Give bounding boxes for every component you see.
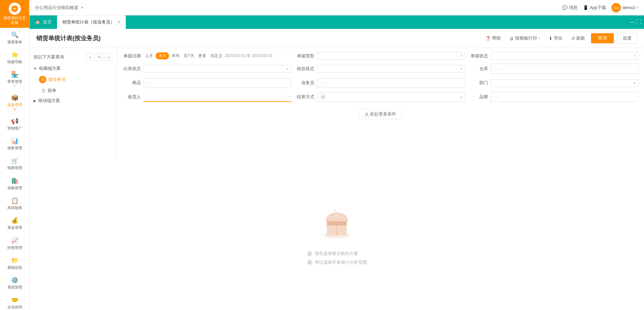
svg-point-6	[334, 210, 336, 211]
user-menu[interactable]: Ea demo2 ▾	[611, 3, 639, 12]
scheme-collapse-btn[interactable]: «	[105, 53, 112, 61]
empty-state: 1 请先选择要分析的方案 2 用过滤条件来缩小分析范围	[30, 159, 644, 310]
app-download-btn[interactable]: 📱 App下载	[583, 5, 606, 11]
dept-control[interactable]: ▾	[491, 79, 639, 87]
print-btn[interactable]: 🖨 按模板打印 ▾	[507, 34, 543, 43]
salesperson-ellipsis: ···	[320, 80, 325, 86]
filter-form-area: 单据日期 上月 本月 本年 近7天 更多 自定义	[117, 48, 644, 159]
tab-bar: 🏠 首页 销货单统计表（按业务员） × — ⛶	[30, 15, 644, 29]
voucher-status-control[interactable]: ▾	[491, 52, 639, 60]
goods-control[interactable]: ···	[144, 78, 291, 88]
maximize-icon[interactable]: ⛶	[636, 19, 641, 25]
tab-sales-stat-label: 销货单统计表（按业务员）	[62, 19, 115, 25]
sidebar-item-sales[interactable]: 📊 销售管理	[0, 134, 29, 154]
scheme-item-by-salesperson[interactable]: 员 按业务员	[30, 73, 116, 86]
out-status-select[interactable]: ▾	[144, 65, 291, 73]
sidebar-item-search[interactable]: 🔍 搜索菜单	[0, 28, 29, 48]
main-area: 办公用品行业模拟账套 ▾ 💬 消息 📱 App下载 Ea demo2 ▾ �	[30, 0, 644, 310]
date-control: 上月 本月 本年 近7天 更多 自定义 2023-03-01 至 2023-03…	[144, 52, 291, 59]
set-button[interactable]: 设置	[617, 33, 637, 44]
brand-control[interactable]: ···	[491, 92, 639, 102]
settlement-tag-x[interactable]: ×	[322, 95, 324, 99]
sidebar-item-label: 基础信息	[7, 265, 22, 270]
scheme-group-mobile-header[interactable]: ▶ 移动端方案	[30, 96, 116, 106]
filter-row-4: 收货人 ··· 结算方式 ×	[122, 92, 639, 102]
tab-close-icon[interactable]: ×	[117, 19, 120, 25]
sidebar-item-label: 企业协同	[7, 305, 22, 309]
goods-input[interactable]: ···	[144, 78, 291, 88]
sidebar-item-inventory[interactable]: 📋 库存核算	[0, 194, 29, 213]
filter-item-date: 单据日期 上月 本月 本年 近7天 更多 自定义	[122, 52, 291, 60]
consignee-input[interactable]: ···	[144, 92, 291, 102]
date-tab-more[interactable]: 更多	[197, 52, 208, 59]
consignee-control[interactable]: ···	[144, 92, 291, 102]
scheme-sidebar: 按以下方案查询 + ✎ «	[30, 48, 117, 159]
salesperson-input[interactable]: ···	[317, 78, 465, 88]
export-btn[interactable]: ⬇ 导出	[546, 34, 565, 43]
filter-item-salesperson: 业务员 ···	[296, 78, 465, 88]
settlement-select[interactable]: × ▾	[317, 92, 465, 102]
filter-item-receipt-status: 收款状态 ▾	[296, 64, 465, 74]
collapse-more-btn[interactable]: ⋀ 收起更多条件	[359, 109, 402, 119]
sidebar-item-ecommerce[interactable]: 🛒 电商管理	[0, 154, 29, 173]
print-dropdown-icon: ▾	[538, 37, 540, 40]
date-tab-this-year[interactable]: 本年	[170, 52, 181, 59]
brand-label: 品牌	[469, 94, 488, 100]
page-header: 销货单统计表(按业务员) ❓ 帮助 🖨 按模板打印 ▾ ⬇ 导出 ↺ 刷新	[30, 29, 644, 48]
scheme-edit-btn[interactable]: ✎	[96, 53, 103, 61]
query-button[interactable]: 查询	[591, 33, 614, 43]
sidebar-item-label: 零售管理	[7, 79, 22, 84]
dept-select[interactable]: ▾	[491, 79, 639, 87]
sidebar-item-operations[interactable]: 📈 经营管理	[0, 234, 29, 253]
receipt-status-select[interactable]: ▾	[317, 65, 465, 73]
filter-item-warehouse: 仓库 ···	[469, 64, 639, 74]
enterprise-icon: 🤝	[11, 296, 18, 304]
date-tab-custom[interactable]: 自定义	[209, 52, 224, 59]
salesperson-control[interactable]: ···	[317, 78, 465, 88]
star-icon: ⭐	[11, 51, 18, 58]
help-btn[interactable]: ❓ 帮助	[483, 34, 503, 43]
out-status-control[interactable]: ▾	[144, 65, 291, 73]
scheme-add-btn[interactable]: +	[86, 53, 94, 61]
warehouse-input[interactable]: ···	[491, 64, 639, 74]
voucher-type-select[interactable]: ▾	[317, 52, 465, 60]
breadcrumb-dropdown-icon[interactable]: ▾	[81, 5, 84, 10]
sidebar-item-system[interactable]: ⚙️ 系统管理	[0, 273, 29, 293]
tab-home[interactable]: 🏠 首页	[30, 15, 57, 29]
sidebar-item-shortcut[interactable]: ⭐ 快捷导航	[0, 48, 29, 67]
settlement-control[interactable]: × ▾	[317, 92, 465, 102]
voucher-status-select[interactable]: ▾	[491, 52, 639, 60]
voucher-type-control[interactable]: ▾	[317, 52, 465, 60]
sidebar-item-enterprise[interactable]: 🤝 企业协同	[0, 293, 29, 310]
brand-input[interactable]: ···	[491, 92, 639, 102]
system-icon: ⚙️	[11, 276, 18, 284]
message-btn[interactable]: 💬 消息	[562, 5, 578, 11]
warehouse-control[interactable]: ···	[491, 64, 639, 74]
sidebar-item-label: 销售管理	[7, 146, 22, 150]
sidebar-item-purchase[interactable]: 🛍️ 采购管理	[0, 174, 29, 194]
scheme-subitem-by-order[interactable]: ☰ 按单	[30, 86, 116, 96]
top-header-right: 💬 消息 📱 App下载 Ea demo2 ▾	[562, 3, 639, 12]
sidebar-item-basic[interactable]: 📁 基础信息	[0, 253, 29, 273]
search-icon: 🔍	[11, 31, 18, 39]
home-icon: 🏠	[35, 20, 40, 25]
sidebar-item-retail[interactable]: 🏪 零售管理 ▼	[0, 67, 29, 91]
voucher-status-label: 单据状态	[469, 53, 488, 59]
refresh-btn[interactable]: ↺ 刷新	[569, 34, 588, 43]
tab-sales-stat[interactable]: 销货单统计表（按业务员） ×	[57, 15, 126, 29]
sidebar-item-finance[interactable]: 💰 资金管理	[0, 213, 29, 233]
scheme-group-pc-header[interactable]: ▼ 电脑端方案	[30, 63, 116, 73]
date-tabs-area: 上月 本月 本年 近7天 更多 自定义 2023-03-01 至 2023-03…	[144, 52, 291, 59]
sidebar-item-wholesale[interactable]: 📦 批发管理 ▲	[0, 91, 29, 114]
date-tab-this-month[interactable]: 本月	[156, 52, 169, 59]
minimize-icon[interactable]: —	[629, 19, 635, 25]
sidebar-item-marketing[interactable]: 📢 营销推广	[0, 114, 29, 134]
date-tab-last-month[interactable]: 上月	[144, 52, 154, 59]
print-icon: 🖨	[509, 36, 514, 41]
date-tab-7days[interactable]: 近7天	[182, 52, 196, 59]
retail-icon: 🏪	[11, 71, 18, 78]
receipt-status-control[interactable]: ▾	[317, 65, 465, 73]
page-actions: ❓ 帮助 🖨 按模板打印 ▾ ⬇ 导出 ↺ 刷新 查询 设置	[483, 33, 637, 44]
filter-main: 按以下方案查询 + ✎ «	[30, 48, 644, 159]
filter-item-goods: 商品 ···	[122, 78, 291, 88]
